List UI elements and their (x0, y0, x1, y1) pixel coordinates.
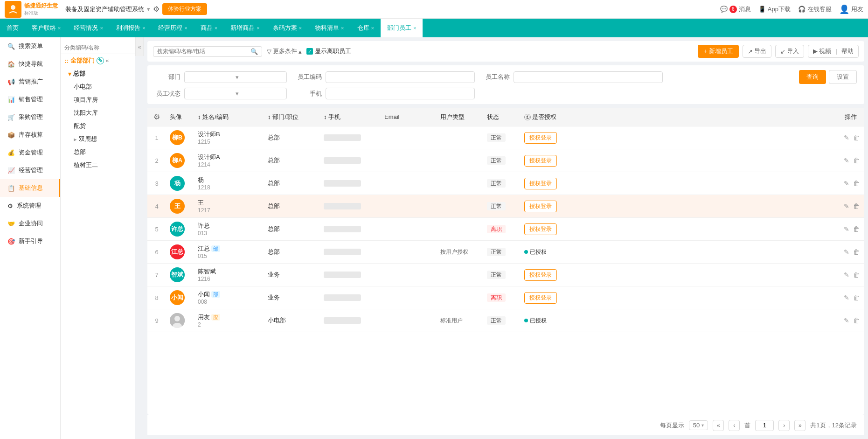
sidebar-item-库存核算[interactable]: 📦库存核算 (0, 126, 60, 144)
prev-page-btn[interactable]: ‹ (729, 420, 740, 431)
delete-icon[interactable]: 🗑 (853, 202, 860, 210)
nav-tab-首页[interactable]: 首页 (0, 19, 25, 37)
tree-node-zhishu[interactable]: 植树王二 (66, 159, 135, 172)
edit-icon[interactable]: ✎ (844, 271, 849, 279)
sidebar-item-采购管理[interactable]: 🛒采购管理 (0, 108, 60, 126)
filter-status-select[interactable]: ▾ (184, 88, 287, 99)
export-button[interactable]: ↗ 导出 (743, 45, 771, 58)
delete-icon[interactable]: 🗑 (853, 180, 860, 187)
sidebar-item-快捷导航[interactable]: 🏠快捷导航 (0, 55, 60, 73)
delete-icon[interactable]: 🗑 (853, 157, 860, 164)
delete-icon[interactable]: 🗑 (853, 317, 860, 324)
nav-tab-条码方案[interactable]: 条码方案 × (266, 19, 308, 37)
first-page-btn[interactable]: « (713, 420, 724, 431)
nav-tab-部门员工[interactable]: 部门员工 × (381, 19, 423, 37)
delete-icon[interactable]: 🗑 (853, 225, 860, 233)
nav-tab-客户联络[interactable]: 客户联络 × (25, 19, 67, 37)
tab-close-icon[interactable]: × (341, 25, 344, 31)
col-settings[interactable]: ⚙ (147, 108, 166, 126)
filter-more-btn[interactable]: ▽ 更多条件 ▴ (267, 47, 302, 56)
tree-node-root[interactable]: ▾ 总部 (61, 67, 135, 80)
filter-dept-select[interactable]: ▾ (184, 71, 287, 83)
tab-close-icon[interactable]: × (371, 25, 374, 31)
nav-tab-商品[interactable]: 商品 × (194, 19, 224, 37)
sidebar-item-基础信息[interactable]: 📋基础信息 (0, 179, 60, 197)
per-page-select[interactable]: 50 ▾ (689, 420, 708, 430)
dropdown-icon[interactable]: ▾ (147, 6, 150, 13)
sidebar-item-经营管理[interactable]: 📈经营管理 (0, 161, 60, 179)
next-page-btn[interactable]: › (778, 420, 790, 431)
view-button[interactable]: ▶ 视频 | 帮助 (808, 45, 859, 58)
tree-node-shuanglu[interactable]: ▸ 双鹿想 (66, 132, 135, 146)
sidebar-item-新手引导[interactable]: 🎯新手引导 (0, 232, 60, 250)
nav-tab-利润报告[interactable]: 利润报告 × (110, 19, 152, 37)
sidebar-item-企业协同[interactable]: 🤝企业协同 (0, 215, 60, 232)
edit-icon[interactable]: ✎ (844, 157, 849, 164)
nav-tab-新增商品[interactable]: 新增商品 × (224, 19, 266, 37)
edit-icon[interactable]: ✎ (844, 180, 849, 187)
sidebar-item-搜索菜单[interactable]: 🔍搜索菜单 (0, 37, 60, 55)
edit-icon[interactable]: ✎ (844, 134, 849, 141)
filter-code-input[interactable] (326, 71, 475, 83)
user-area[interactable]: 👤 用友 (839, 4, 863, 14)
collapse-all-icon[interactable]: « (106, 57, 109, 64)
query-button[interactable]: 查询 (799, 70, 826, 84)
search-submit-icon[interactable]: 🔍 (250, 48, 258, 55)
auth-btn[interactable]: 授权登录 (524, 201, 557, 212)
auth-btn[interactable]: 授权登录 (524, 223, 557, 235)
sidebar-item-系统管理[interactable]: ⚙系统管理 (0, 197, 60, 215)
delete-icon[interactable]: 🗑 (853, 271, 860, 279)
message-icon-area[interactable]: 💬 6 消息 (720, 5, 751, 14)
col-name[interactable]: ↕ 姓名/编码 (194, 108, 264, 126)
add-employee-button[interactable]: + 新增员工 (698, 45, 738, 58)
edit-icon[interactable]: ✎ (844, 294, 849, 301)
sidebar-item-资金管理[interactable]: 💰资金管理 (0, 144, 60, 161)
nav-tab-经营历程[interactable]: 经营历程 × (152, 19, 194, 37)
page-input[interactable] (755, 420, 774, 431)
tree-search-input[interactable] (64, 44, 134, 51)
nav-tab-经营情况[interactable]: 经营情况 × (67, 19, 109, 37)
tab-close-icon[interactable]: × (299, 25, 302, 31)
all-dept-edit-icon[interactable]: ✎ (97, 57, 104, 64)
edit-icon[interactable]: ✎ (844, 248, 849, 256)
import-button[interactable]: ↙ 导入 (775, 45, 804, 58)
tab-close-icon[interactable]: × (413, 25, 416, 31)
experience-button[interactable]: 体验行业方案 (162, 3, 207, 15)
tab-close-icon[interactable]: × (184, 25, 187, 31)
filter-name-input[interactable] (514, 71, 663, 83)
auth-btn[interactable]: 授权登录 (524, 269, 557, 281)
service-area[interactable]: 🎧 在线客服 (798, 5, 832, 14)
delete-icon[interactable]: 🗑 (853, 134, 860, 141)
search-input[interactable] (157, 48, 250, 55)
all-dept-node[interactable]: :: 全部部门 ✎ « (61, 54, 135, 67)
tree-node-xiangmu[interactable]: 项目库房 (66, 93, 135, 106)
tab-close-icon[interactable]: × (215, 25, 217, 31)
nav-tab-仓库[interactable]: 仓库 × (351, 19, 381, 37)
tree-node-xiaodianbu[interactable]: 小电部 (66, 80, 135, 93)
filter-phone-input[interactable] (326, 88, 475, 99)
edit-icon[interactable]: ✎ (844, 317, 849, 324)
tree-node-shenyang[interactable]: 沈阳大库 (66, 106, 135, 119)
edit-icon[interactable]: ✎ (844, 225, 849, 233)
sidebar-item-营销推广[interactable]: 📢营销推广 (0, 73, 60, 91)
tab-close-icon[interactable]: × (58, 25, 61, 31)
tab-close-icon[interactable]: × (142, 25, 145, 31)
tab-close-icon[interactable]: × (257, 25, 259, 31)
tab-close-icon[interactable]: × (100, 25, 103, 31)
auth-btn[interactable]: 授权登录 (524, 292, 557, 304)
tree-node-peihuo[interactable]: 配货 (66, 119, 135, 132)
nav-tab-物料清单[interactable]: 物料清单 × (308, 19, 350, 37)
collapse-tree-btn[interactable]: « (135, 37, 144, 56)
gear-icon[interactable]: ⚙ (153, 5, 160, 14)
last-page-btn[interactable]: » (794, 420, 806, 431)
sidebar-item-销售管理[interactable]: 📊销售管理 (0, 91, 60, 108)
delete-icon[interactable]: 🗑 (853, 248, 860, 256)
tree-node-zongbu[interactable]: 总部 (66, 146, 135, 159)
col-dept[interactable]: ↕ 部门/职位 (264, 108, 320, 126)
app-download-area[interactable]: 📱 App下载 (758, 5, 791, 14)
auth-btn[interactable]: 授权登录 (524, 132, 557, 144)
auth-btn[interactable]: 授权登录 (524, 178, 557, 189)
show-resign-toggle[interactable]: ✓ 显示离职员工 (306, 47, 351, 56)
settings-button[interactable]: 设置 (829, 70, 857, 84)
edit-icon[interactable]: ✎ (844, 202, 849, 210)
